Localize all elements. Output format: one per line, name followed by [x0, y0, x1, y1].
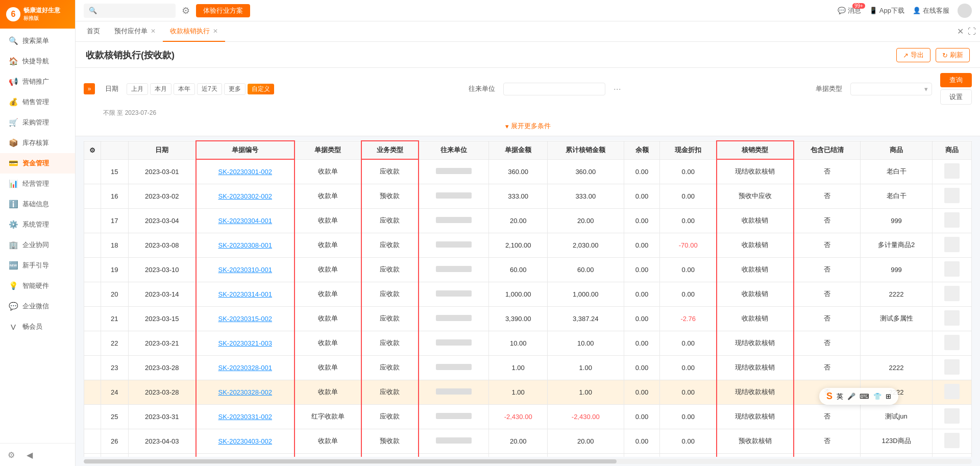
date-custom-btn[interactable]: 自定义	[248, 84, 274, 94]
query-button[interactable]: 查询	[940, 73, 972, 87]
collapse-icon[interactable]: ◀	[22, 448, 37, 462]
cell-partner	[419, 404, 489, 429]
sidebar-item-search[interactable]: 🔍搜索菜单	[0, 31, 75, 51]
voucher-link[interactable]: SK-20230304-001	[218, 217, 272, 225]
table-scrollbar[interactable]	[84, 459, 972, 464]
cell-row-num: 24	[101, 380, 129, 404]
cell-voucher-no: SK-20230304-001	[196, 208, 295, 233]
sidebar-item-system[interactable]: ⚙️系统管理	[0, 214, 75, 235]
refresh-button[interactable]: ↻ 刷新	[936, 48, 970, 62]
tab-prepay[interactable]: 预付应付单 ✕	[107, 21, 163, 42]
cell-include-settled: 否	[794, 429, 861, 453]
sidebar-item-purchase[interactable]: 🛒采购管理	[0, 112, 75, 133]
date-last-month[interactable]: 上月	[127, 83, 148, 95]
th-settings[interactable]: ⚙	[84, 141, 101, 159]
sidebar-label-member: 畅会员	[22, 322, 42, 331]
wm-grid-icon[interactable]: ⊞	[886, 393, 891, 400]
voucher-link[interactable]: SK-20230308-001	[218, 241, 272, 249]
th-cash-discount: 现金折扣	[660, 141, 717, 159]
solution-button[interactable]: 体验行业方案	[196, 4, 250, 17]
date-this-year[interactable]: 本年	[174, 83, 195, 95]
sidebar-item-basic[interactable]: ℹ️基础信息	[0, 194, 75, 214]
cell-row-num: 25	[101, 404, 129, 429]
date-this-month[interactable]: 本月	[150, 83, 172, 95]
app-download-btn[interactable]: 📱 App下载	[869, 6, 904, 15]
search-input[interactable]	[100, 7, 170, 14]
tab-receipt-label: 收款核销执行	[170, 27, 210, 36]
sidebar-item-marketing[interactable]: 📢营销推广	[0, 71, 75, 92]
expand-row: ▾ 展开更多条件	[84, 121, 972, 131]
tab-receipt[interactable]: 收款核销执行 ✕	[163, 21, 225, 42]
date-more[interactable]: 更多	[224, 83, 246, 95]
settings-icon[interactable]: ⚙	[182, 5, 190, 16]
date-buttons: 上月 本月 本年 近7天 更多 自定义	[127, 83, 274, 95]
sidebar-label-corp: 企业协同	[22, 240, 49, 250]
sidebar-label-hardware: 智能硬件	[22, 281, 49, 290]
sidebar-label-inventory: 库存核算	[22, 138, 49, 148]
cell-partner	[419, 380, 489, 404]
tab-prepay-close[interactable]: ✕	[151, 28, 156, 35]
sidebar-item-operation[interactable]: 📊经营管理	[0, 174, 75, 194]
voucher-link[interactable]: SK-20230403-002	[218, 437, 272, 445]
tab-expand-btn[interactable]: ⛶	[968, 27, 976, 36]
cell-partner	[419, 331, 489, 355]
cell-row-num: 15	[101, 159, 129, 184]
table-area[interactable]: ⚙ 日期 单据编号 单据类型 业务类型 往来单位 单据金额 累计核销金额 余额 …	[76, 136, 980, 457]
wm-mic-icon[interactable]: 🎤	[847, 393, 855, 400]
voucher-type-select[interactable]	[850, 83, 932, 95]
expand-conditions-btn[interactable]: ▾ 展开更多条件	[505, 121, 551, 131]
cell-voucher-no: SK-20230301-002	[196, 159, 295, 184]
customer-service-btn[interactable]: 👤 在线客服	[913, 6, 949, 15]
export-button[interactable]: ↗ 导出	[896, 48, 930, 62]
search-box[interactable]: 🔍	[84, 4, 176, 18]
sidebar-item-sales[interactable]: 💰销售管理	[0, 92, 75, 112]
date-7days[interactable]: 近7天	[197, 83, 222, 95]
cell-cash-discount: -2.76	[660, 306, 717, 331]
sidebar-item-hardware[interactable]: 💡智能硬件	[0, 276, 75, 296]
voucher-link[interactable]: SK-20230321-003	[218, 339, 272, 347]
cell-product2	[932, 331, 971, 355]
partner-input[interactable]	[503, 83, 605, 95]
cell-partner	[419, 453, 489, 457]
cell-voucher-type: 红字收款单	[295, 404, 361, 429]
voucher-link[interactable]: SK-20230328-002	[218, 388, 272, 396]
tab-home[interactable]: 首页	[80, 21, 107, 42]
wm-shirt-icon[interactable]: 👕	[873, 393, 881, 400]
sidebar-item-inventory[interactable]: 📦库存核算	[0, 133, 75, 153]
cell-cancel-type: 收款核销	[717, 257, 794, 282]
avatar[interactable]	[958, 4, 972, 18]
table-scrollbar-thumb[interactable]	[84, 459, 617, 463]
sidebar-item-member[interactable]: V畅会员	[0, 316, 75, 337]
filter-dots[interactable]: ···	[614, 84, 621, 94]
sidebar-item-quicknav[interactable]: 🏠快捷导航	[0, 51, 75, 71]
tab-close-btn[interactable]: ✕	[957, 27, 964, 36]
table-row: 27 2023-04-08 SK-20230408-001 收款单 应收款 10…	[84, 453, 972, 457]
tab-receipt-close[interactable]: ✕	[213, 28, 218, 35]
cell-amount: 1.00	[489, 355, 548, 380]
sidebar-item-guide[interactable]: 🆕新手引导	[0, 255, 75, 276]
sidebar-item-wechat[interactable]: 💬企业微信	[0, 296, 75, 316]
sidebar-icon-wechat: 💬	[8, 301, 18, 311]
voucher-link[interactable]: SK-20230331-002	[218, 413, 272, 421]
cell-voucher-no: SK-20230310-001	[196, 257, 295, 282]
voucher-link[interactable]: SK-20230301-002	[218, 168, 272, 176]
settings-footer-icon[interactable]: ⚙	[4, 448, 18, 462]
cell-product: 2222	[861, 282, 933, 306]
voucher-link[interactable]: SK-20230314-001	[218, 290, 272, 298]
voucher-link[interactable]: SK-20230328-001	[218, 364, 272, 372]
filter-expand-icon[interactable]: »	[84, 83, 95, 94]
app-logo: 6 畅康道好生意 标推版	[0, 0, 75, 29]
sidebar-item-finance[interactable]: 💳资金管理	[0, 153, 75, 174]
settings-button[interactable]: 设置	[940, 89, 972, 105]
wm-keyboard-icon[interactable]: ⌨	[860, 393, 869, 400]
sidebar-item-corp[interactable]: 🏢企业协同	[0, 235, 75, 255]
voucher-link[interactable]: SK-20230302-002	[218, 192, 272, 200]
sidebar: 6 畅康道好生意 标推版 🔍搜索菜单🏠快捷导航📢营销推广💰销售管理🛒采购管理📦库…	[0, 0, 76, 466]
notification[interactable]: 💬 消息 99+	[838, 6, 861, 15]
voucher-link[interactable]: SK-20230310-001	[218, 266, 272, 274]
cell-voucher-no: SK-20230408-001	[196, 453, 295, 457]
date-filter-label: 日期	[105, 84, 118, 93]
cell-accum-amount: 10.00	[548, 331, 624, 355]
refresh-label: 刷新	[950, 51, 963, 60]
voucher-link[interactable]: SK-20230315-002	[218, 315, 272, 323]
